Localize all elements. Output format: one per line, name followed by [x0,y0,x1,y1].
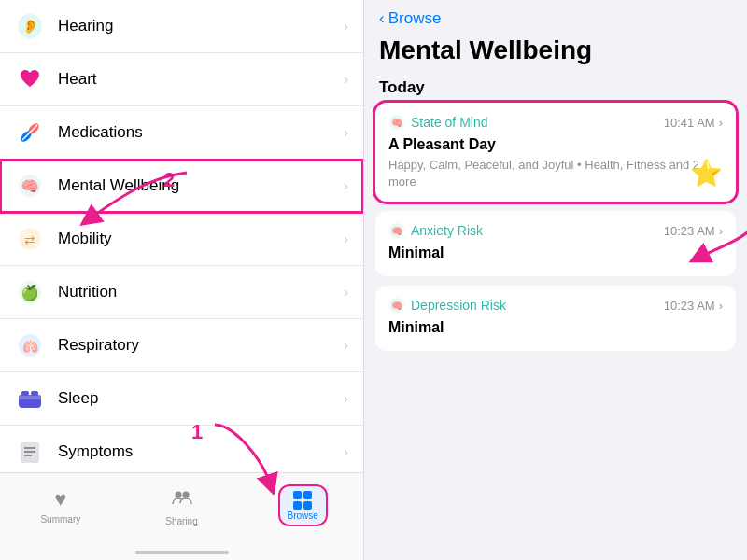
card-description: Happy, Calm, Peaceful, and Joyful • Heal… [388,157,723,190]
hearing-label: Hearing [58,17,344,35]
list-item-heart[interactable]: Heart › [0,53,363,106]
card-category-label: State of Mind [411,115,488,130]
heart-chevron: › [344,72,348,87]
depression-time-chevron: › [719,299,723,313]
card-header: 🧠 State of Mind 10:41 AM › [388,114,723,131]
back-label: Browse [388,9,442,28]
anxiety-category-label: Anxiety Risk [411,223,483,238]
svg-text:🧠: 🧠 [21,177,39,195]
heart-label: Heart [58,70,344,89]
sleep-icon [15,384,45,413]
tab-browse[interactable]: Browse [242,484,363,526]
depression-risk-card[interactable]: 🧠 Depression Risk 10:23 AM › Minimal [375,286,736,351]
symptoms-chevron: › [344,444,348,459]
depression-time-value: 10:23 AM [664,299,715,313]
svg-text:👂: 👂 [22,19,39,35]
anxiety-result: Minimal [388,245,723,261]
summary-label: Summary [40,514,80,525]
anxiety-risk-card[interactable]: 🧠 Anxiety Risk 10:23 AM › Minimal [375,211,736,276]
depression-result: Minimal [388,319,723,336]
browse-label: Browse [288,511,318,521]
svg-text:🧠: 🧠 [391,225,403,237]
list-item-hearing[interactable]: 👂 Hearing › [0,0,363,53]
right-panel: ‹ Browse Mental Wellbeing Today 🧠 State … [364,0,747,560]
medications-icon [15,118,45,147]
anxiety-category: 🧠 Anxiety Risk [388,222,483,239]
browse-tab-box: Browse [278,484,328,526]
home-indicator [0,547,363,560]
card-time-value: 10:41 AM [664,116,715,130]
svg-rect-25 [293,491,302,499]
nutrition-label: Nutrition [58,283,344,301]
list-section: 👂 Hearing › Heart › [0,0,363,472]
back-chevron-icon: ‹ [379,9,385,28]
hearing-icon: 👂 [15,11,45,41]
svg-text:🧠: 🧠 [391,300,403,312]
mental-wellbeing-label: Mental Wellbeing [58,176,344,195]
right-arrow-svg [689,220,747,276]
svg-rect-15 [21,391,29,396]
depression-card-header: 🧠 Depression Risk 10:23 AM › [388,297,723,314]
mental-wellbeing-chevron: › [344,178,348,193]
hearing-chevron: › [344,19,348,34]
today-section-title: Today [364,73,747,103]
symptoms-icon [15,437,45,467]
svg-rect-26 [303,491,312,499]
back-nav[interactable]: ‹ Browse [364,0,747,32]
anxiety-card-header: 🧠 Anxiety Risk 10:23 AM › [388,222,723,239]
svg-text:🍏: 🍏 [21,284,39,301]
depression-card-time: 10:23 AM › [664,299,723,313]
svg-line-4 [22,125,37,140]
list-item-mental-wellbeing[interactable]: 🧠 Mental Wellbeing › [0,160,363,213]
tab-bar: ♥ Summary Sharing [0,472,363,547]
list-item-medications[interactable]: Medications › [0,106,363,160]
list-item-sleep[interactable]: Sleep › [0,372,363,426]
mobility-icon: ⇄ [15,224,45,254]
respiratory-chevron: › [344,338,348,353]
sharing-icon [171,485,193,513]
svg-text:🧠: 🧠 [391,117,403,129]
svg-rect-27 [293,501,302,510]
page-title: Mental Wellbeing [364,32,747,73]
svg-rect-14 [19,395,41,399]
nutrition-icon: 🍏 [15,277,45,307]
list-item-respiratory[interactable]: 🫁 Respiratory › [0,319,363,372]
svg-rect-16 [31,391,38,396]
summary-icon: ♥ [54,487,66,511]
card-category: 🧠 State of Mind [388,114,488,131]
depression-icon: 🧠 [388,297,405,314]
tab-summary[interactable]: ♥ Summary [0,487,121,525]
sleep-chevron: › [344,391,348,406]
depression-category: 🧠 Depression Risk [388,297,506,314]
star-icon: ⭐ [690,158,723,189]
nutrition-chevron: › [344,285,348,300]
medications-chevron: › [344,125,348,140]
mental-wellbeing-icon: 🧠 [15,171,45,201]
svg-point-24 [182,491,189,497]
left-panel: 👂 Hearing › Heart › [0,0,364,560]
card-title: A Pleasant Day [388,136,723,153]
anxiety-icon: 🧠 [388,222,405,239]
svg-rect-28 [303,501,312,510]
state-of-mind-icon: 🧠 [388,114,405,131]
state-of-mind-card[interactable]: 🧠 State of Mind 10:41 AM › A Pleasant Da… [375,103,736,202]
list-item-nutrition[interactable]: 🍏 Nutrition › [0,266,363,319]
mobility-label: Mobility [58,230,344,248]
svg-text:🫁: 🫁 [22,339,39,355]
browse-grid-icon [292,490,313,511]
card-time: 10:41 AM › [664,116,723,130]
tab-sharing[interactable]: Sharing [121,485,243,526]
depression-category-label: Depression Risk [411,298,506,313]
mobility-chevron: › [344,231,348,246]
svg-text:⇄: ⇄ [24,232,35,247]
heart-icon [15,64,45,94]
symptoms-label: Symptoms [58,442,344,461]
list-item-mobility[interactable]: ⇄ Mobility › [0,213,363,266]
svg-point-23 [175,491,181,497]
respiratory-label: Respiratory [58,336,344,355]
list-item-symptoms[interactable]: Symptoms › [0,426,363,472]
sharing-label: Sharing [165,516,197,526]
card-time-chevron: › [719,116,723,130]
medications-label: Medications [58,123,344,142]
respiratory-icon: 🫁 [15,330,45,360]
